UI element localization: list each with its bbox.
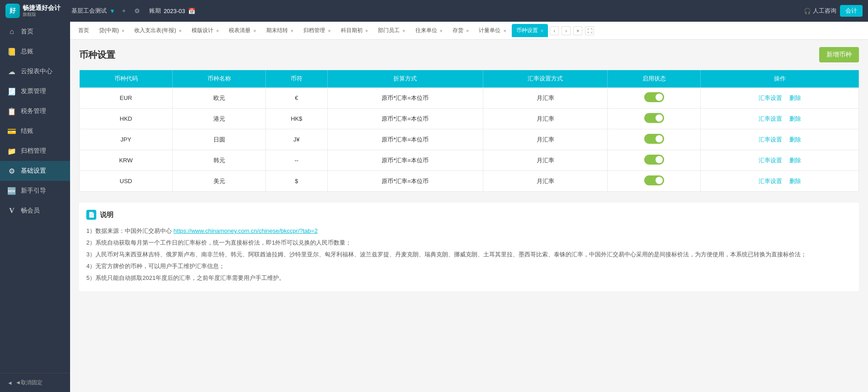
cell-conversion-3: 原币*汇率=本位币 — [327, 150, 483, 171]
toggle-status-3[interactable] — [644, 155, 664, 165]
sidebar-label-member: 畅会员 — [21, 207, 40, 215]
tab-template[interactable]: 模版设计 × — [187, 24, 223, 37]
tab-inventory[interactable]: 存货 × — [448, 24, 473, 37]
period-area: 账期 2023-03 📅 — [149, 7, 195, 15]
tab-archive[interactable]: 归档管理 × — [299, 24, 335, 37]
sidebar-item-member[interactable]: V 畅会员 — [0, 201, 70, 221]
notes-item: 5）系统只能自动抓取2021年度后的汇率，之前年度汇率需要用户手工维护。 — [86, 272, 852, 284]
tab-archive-close[interactable]: × — [328, 28, 330, 33]
delete-link-3[interactable]: 删除 — [789, 157, 801, 164]
toggle-status-1[interactable] — [644, 113, 664, 123]
tab-tax-close[interactable]: × — [253, 28, 256, 33]
notes-title-text: 说明 — [100, 211, 113, 219]
delete-link-0[interactable]: 删除 — [789, 94, 801, 101]
add-icon[interactable]: ＋ — [119, 5, 129, 17]
tab-balance-label: 贷(中期) — [99, 27, 119, 34]
tab-subjects-close[interactable]: × — [365, 28, 368, 33]
tab-partner[interactable]: 往来单位 × — [411, 24, 447, 37]
rate-setting-link-4[interactable]: 汇率设置 — [759, 178, 782, 184]
sidebar-item-reports[interactable]: ☁ 云报表中心 — [0, 61, 70, 81]
sidebar-item-ledger[interactable]: 📒 总账 — [0, 42, 70, 61]
col-header-actions: 操作 — [701, 70, 859, 88]
cell-rate-method-2: 月汇率 — [483, 129, 608, 150]
cell-actions-2: 汇率设置 删除 — [701, 129, 859, 150]
tab-period-close[interactable]: × — [291, 28, 293, 33]
tab-income-close[interactable]: × — [179, 28, 181, 33]
sidebar-item-home[interactable]: ⌂ 首页 — [0, 22, 70, 42]
notes-item: 3）人民币对马来西亚林吉特、俄罗斯卢布、南非兰特、韩元、阿联酋迪拉姆、沙特里亚尔… — [86, 249, 852, 260]
notes-list: 1）数据来源：中国外汇交易中心 https://www.chinamoney.c… — [86, 225, 852, 284]
sidebar-item-tax[interactable]: 📋 税务管理 — [0, 101, 70, 121]
rate-setting-link-3[interactable]: 汇率设置 — [759, 157, 782, 164]
notes-icon: 📄 — [86, 210, 96, 220]
tab-home-label: 首页 — [78, 27, 89, 34]
tab-unit-close[interactable]: × — [503, 28, 506, 33]
settings-gear-icon[interactable]: ⚙ — [132, 5, 142, 16]
account-button[interactable]: 会计 — [840, 5, 863, 17]
tab-currency-label: 币种设置 — [516, 27, 538, 34]
sidebar-item-settings[interactable]: ⚙ 基础设置 — [0, 161, 70, 181]
tab-next-btn[interactable]: › — [561, 26, 571, 35]
tab-period[interactable]: 期末结转 × — [262, 24, 298, 37]
support-button[interactable]: 🎧 人工咨询 — [804, 7, 836, 15]
currency-table: 币种代码 币种名称 币符 折算方式 汇率设置方式 启用状态 操作 EUR 欧元 — [79, 70, 859, 192]
cell-conversion-1: 原币*汇率=本位币 — [327, 109, 483, 129]
rate-setting-link-0[interactable]: 汇率设置 — [759, 94, 782, 101]
toggle-status-2[interactable] — [644, 134, 664, 144]
tab-template-close[interactable]: × — [216, 28, 219, 33]
notes-link[interactable]: https://www.chinamoney.com.cn/chinese/bk… — [174, 227, 318, 234]
sidebar-item-guide[interactable]: 🆕 新手引导 — [0, 181, 70, 201]
col-header-status: 启用状态 — [608, 70, 701, 88]
logo-area: 好 畅捷通好会计 旗舰版 — [5, 4, 61, 18]
delete-link-4[interactable]: 删除 — [789, 178, 801, 184]
home-icon: ⌂ — [7, 27, 16, 36]
toggle-status-4[interactable] — [644, 175, 664, 185]
tab-currency[interactable]: 币种设置 × — [512, 24, 548, 37]
tab-partner-close[interactable]: × — [440, 28, 443, 33]
tab-dept[interactable]: 部门员工 × — [373, 24, 410, 37]
tab-home[interactable]: 首页 — [74, 24, 94, 37]
company-selector[interactable]: 基层工会测试 ▼ — [71, 7, 115, 15]
sidebar-item-archive[interactable]: 📁 归档管理 — [0, 141, 70, 161]
tab-balance-close[interactable]: × — [122, 28, 124, 33]
toggle-status-0[interactable] — [644, 92, 664, 102]
rate-setting-link-2[interactable]: 汇率设置 — [759, 136, 782, 143]
col-header-symbol: 币符 — [266, 70, 327, 88]
tab-unit[interactable]: 计量单位 × — [474, 24, 510, 37]
support-label: 人工咨询 — [813, 7, 836, 15]
tab-currency-close[interactable]: × — [541, 28, 543, 33]
tab-expand-btn[interactable]: ⛶ — [585, 26, 594, 35]
delete-link-1[interactable]: 删除 — [789, 115, 801, 122]
guide-icon: 🆕 — [7, 186, 16, 195]
tab-balance[interactable]: 贷(中期) × — [94, 24, 129, 37]
tab-tax[interactable]: 税表清册 × — [224, 24, 260, 37]
cell-name-2: 日圆 — [173, 129, 266, 150]
delete-link-2[interactable]: 删除 — [789, 136, 801, 143]
cell-actions-1: 汇率设置 删除 — [701, 109, 859, 129]
tab-prev-btn[interactable]: ‹ — [550, 26, 559, 35]
sidebar-pin-toggle[interactable]: ◄ ◄取消固定 — [0, 373, 70, 392]
tab-inventory-label: 存货 — [453, 27, 463, 34]
page-title-bar: 币种设置 新增币种 — [79, 47, 859, 62]
tab-dept-close[interactable]: × — [402, 28, 405, 33]
cell-status-0 — [608, 88, 701, 109]
tab-income[interactable]: 收入支出表(年报) × — [130, 24, 186, 37]
tab-bar: 首页 贷(中期) × 收入支出表(年报) × 模版设计 × 税表清册 × — [70, 22, 868, 40]
sidebar-item-invoice[interactable]: 🧾 发票管理 — [0, 81, 70, 101]
tab-inventory-close[interactable]: × — [466, 28, 469, 33]
tax-icon: 📋 — [7, 107, 16, 116]
cell-status-2 — [608, 129, 701, 150]
sidebar-item-checkout[interactable]: 💳 结账 — [0, 121, 70, 141]
notes-item: 4）无官方牌价的币种，可以用户手工维护汇率信息； — [86, 260, 852, 272]
app-container: 好 畅捷通好会计 旗舰版 基层工会测试 ▼ ＋ ⚙ 账期 2023-03 📅 🎧… — [0, 0, 868, 392]
tab-subjects[interactable]: 科目期初 × — [336, 24, 373, 37]
rate-setting-link-1[interactable]: 汇率设置 — [759, 115, 782, 122]
cell-name-0: 欧元 — [173, 88, 266, 109]
archive-icon: 📁 — [7, 146, 16, 156]
calendar-icon[interactable]: 📅 — [188, 8, 195, 14]
tab-close-all-btn[interactable]: × — [573, 26, 582, 35]
tab-template-label: 模版设计 — [192, 27, 213, 34]
ledger-icon: 📒 — [7, 47, 16, 56]
new-currency-button[interactable]: 新增币种 — [819, 47, 859, 62]
top-bar-actions: 🎧 人工咨询 会计 — [804, 5, 863, 17]
